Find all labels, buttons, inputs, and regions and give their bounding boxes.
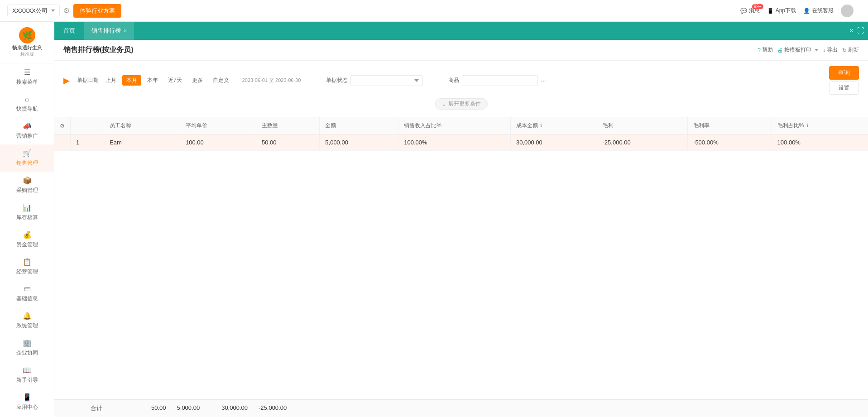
sidebar-item-sales[interactable]: 🛒 销售管理 <box>0 144 54 172</box>
online-service-btn[interactable]: 👤 在线客服 <box>803 7 834 14</box>
basic-icon: 🗃 <box>24 285 31 293</box>
td-gross: -25,000.00 <box>597 134 688 151</box>
filter-row-1: ▶ 单据日期 上月 本月 本年 近7天 更多 自定义 <box>63 66 859 95</box>
app-download-btn[interactable]: 📱 App下载 <box>767 7 796 14</box>
sidebar-item-finance[interactable]: 💰 资金管理 <box>0 226 54 253</box>
date-btn-this-month[interactable]: 本月 <box>122 75 141 86</box>
sidebar-item-shortcut[interactable]: ⌂ 快捷导航 <box>0 91 54 117</box>
settings-icon[interactable]: ⚙ <box>63 6 70 15</box>
system-icon: 🔔 <box>23 312 32 320</box>
table-header-row: ⚙ 员工名称 平均单价 主数量 全额 销售收入占比% 成本全额 ℹ 毛利 毛利率… <box>54 117 868 134</box>
page-header: 销售排行榜(按业务员) ? 帮助 🖨 按模板打印 ↓ 导出 <box>54 40 868 61</box>
avatar[interactable] <box>841 5 854 17</box>
date-btn-7days[interactable]: 近7天 <box>164 75 186 86</box>
finance-icon: 💰 <box>23 230 32 239</box>
sidebar-item-search[interactable]: ☰ 搜索菜单 <box>0 63 54 91</box>
home-icon: ⌂ <box>25 95 29 103</box>
footer-gear <box>60 404 74 412</box>
th-name: 员工名称 <box>104 117 180 134</box>
print-action[interactable]: 🖨 按模板打印 <box>777 46 818 54</box>
date-btn-last-month[interactable]: 上月 <box>101 75 120 86</box>
td-sales-pct: 100.00% <box>398 134 511 151</box>
goods-filter-label: 商品 <box>448 77 459 84</box>
sidebar-label-purchase: 采购管理 <box>16 187 38 194</box>
export-action[interactable]: ↓ 导出 <box>823 46 838 54</box>
date-btn-more[interactable]: 更多 <box>188 75 207 86</box>
sidebar-item-operation[interactable]: 📋 经营管理 <box>0 253 54 280</box>
refresh-label: 刷新 <box>848 46 859 54</box>
guide-icon: 📖 <box>23 366 32 374</box>
logo-main-text: 畅康通好生意 <box>12 44 42 51</box>
td-amount: 5,000.00 <box>320 134 398 151</box>
main-layout: 🌿 畅康通好生意 标准版 ☰ 搜索菜单 ⌂ 快捷导航 📣 营销推广 🛒 销售管理… <box>0 22 868 417</box>
td-cost: 30,000.00 <box>510 134 597 151</box>
trial-button[interactable]: 体验行业方案 <box>73 4 121 18</box>
date-btn-custom[interactable]: 自定义 <box>209 75 233 86</box>
td-rank: 1 <box>71 134 104 151</box>
expand-chevron-icon: ⌄ <box>442 101 446 107</box>
tab-close-btn[interactable]: × <box>849 27 854 35</box>
marketing-icon: 📣 <box>23 122 32 130</box>
th-gross: 毛利 <box>597 117 688 134</box>
sidebar-label-operation: 经营管理 <box>16 268 38 276</box>
footer-label: 合计 <box>85 404 110 412</box>
filter-toggle-icon[interactable]: ▶ <box>63 76 70 86</box>
gross-pct-info-icon[interactable]: ℹ <box>806 123 808 128</box>
service-icon: 👤 <box>803 8 810 14</box>
sidebar-item-system[interactable]: 🔔 系统管理 <box>0 307 54 334</box>
td-gross-pct: 100.00% <box>772 134 868 151</box>
data-table: ⚙ 员工名称 平均单价 主数量 全额 销售收入占比% 成本全额 ℹ 毛利 毛利率… <box>54 117 868 151</box>
tab-expand-btn[interactable]: ⛶ <box>857 27 864 35</box>
top-right-actions: 💬 消息 99+ 📱 App下载 👤 在线客服 <box>740 5 861 17</box>
refresh-action[interactable]: ↻ 刷新 <box>842 46 859 54</box>
goods-more-icon[interactable]: ··· <box>541 77 546 84</box>
query-button[interactable]: 查询 <box>829 66 859 80</box>
sidebar-label-appstore: 应用中心 <box>16 403 38 411</box>
sidebar-label-enterprise: 企业协同 <box>16 349 38 357</box>
th-avg-price: 平均单价 <box>180 117 256 134</box>
tab-sales-ranking[interactable]: 销售排行榜 × <box>84 22 134 40</box>
setting-button[interactable]: 设置 <box>829 81 859 95</box>
tab-close-icon[interactable]: × <box>124 28 127 34</box>
sidebar-label-finance: 资金管理 <box>16 241 38 249</box>
sidebar-item-basic[interactable]: 🗃 基础信息 <box>0 280 54 307</box>
sidebar-item-guide[interactable]: 📖 新手引导 <box>0 361 54 388</box>
help-action[interactable]: ? 帮助 <box>758 46 773 54</box>
sidebar-label-guide: 新手引导 <box>16 376 38 384</box>
tab-bar-right: × ⛶ <box>849 27 868 35</box>
sidebar-item-enterprise[interactable]: 🏢 企业协同 <box>0 334 54 361</box>
table-row: 1 Eam 100.00 50.00 5,000.00 100.00% 30,0… <box>54 134 868 151</box>
sidebar-logo: 🌿 畅康通好生意 标准版 <box>0 22 54 63</box>
sidebar-item-purchase[interactable]: 📦 采购管理 <box>0 172 54 199</box>
tab-home[interactable]: 首页 <box>54 22 84 40</box>
cost-info-icon[interactable]: ℹ <box>540 123 542 128</box>
print-chevron-icon <box>815 49 818 51</box>
sidebar-label-system: 系统管理 <box>16 322 38 330</box>
sidebar-item-marketing[interactable]: 📣 营销推广 <box>0 117 54 144</box>
date-btn-this-year[interactable]: 本年 <box>143 75 162 86</box>
footer-main-qty: 50.00 <box>146 404 172 412</box>
th-sales-pct: 销售收入占比% <box>398 117 511 134</box>
message-icon: 💬 <box>740 8 747 14</box>
print-label: 按模板打印 <box>784 46 811 54</box>
goods-input[interactable] <box>462 75 538 86</box>
company-chevron-icon <box>51 10 55 12</box>
status-select[interactable] <box>350 75 423 86</box>
message-btn[interactable]: 💬 消息 99+ <box>740 7 760 14</box>
sidebar-item-inventory[interactable]: 📊 库存核算 <box>0 199 54 226</box>
company-selector[interactable]: XXXXXX公司 <box>7 5 60 17</box>
search-menu-icon: ☰ <box>24 68 30 77</box>
filter-goods: 商品 ··· <box>448 75 546 86</box>
expand-more-btn[interactable]: ⌄ 展开更多条件 <box>435 98 488 110</box>
sidebar-label-sales: 销售管理 <box>16 159 38 167</box>
table-footer: 合计 50.00 5,000.00 30,000.00 -25,000.00 <box>54 399 868 417</box>
footer-avg-price <box>110 404 146 412</box>
inventory-icon: 📊 <box>23 203 32 212</box>
sidebar-label-basic: 基础信息 <box>16 295 38 302</box>
sidebar-item-appstore[interactable]: 📱 应用中心 <box>0 388 54 416</box>
enterprise-icon: 🏢 <box>23 339 32 347</box>
export-icon: ↓ <box>823 47 825 53</box>
footer-total-label: 合计 <box>91 405 102 412</box>
date-range-text: 2023-06-01 至 2023-06-30 <box>242 77 301 84</box>
top-bar: XXXXXX公司 ⚙ 体验行业方案 💬 消息 99+ 📱 App下载 👤 在线客… <box>0 0 868 22</box>
